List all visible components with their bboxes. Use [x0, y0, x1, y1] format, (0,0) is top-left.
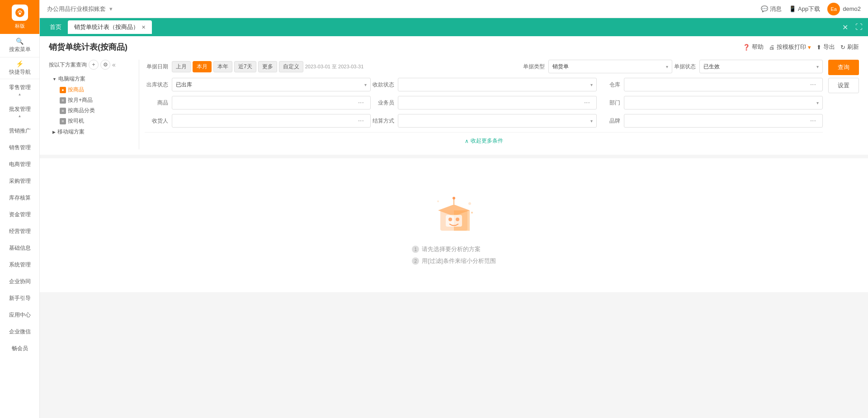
- tree-item-by-month-goods[interactable]: ≡ 按月+商品: [56, 95, 133, 105]
- sidebar-item-purchase-label: 采购管理: [9, 177, 31, 185]
- filter-row-1: 单据日期 上月 本月 本年 近7天 更多 自定义 2023-03-01 至 20…: [145, 60, 823, 73]
- date-btn-this-year[interactable]: 本年: [213, 61, 232, 72]
- date-btn-custom[interactable]: 自定义: [279, 61, 303, 72]
- refresh-link[interactable]: ↻ 刷新: [840, 43, 859, 51]
- tree-item-by-driver[interactable]: ≡ 按司机: [56, 116, 133, 126]
- date-btn-last-month[interactable]: 上月: [172, 61, 191, 72]
- receiver-ellipsis[interactable]: ···: [355, 117, 367, 125]
- close-all-tabs-button[interactable]: ✕: [840, 21, 850, 33]
- sidebar-item-appcenter[interactable]: 应用中心: [0, 307, 39, 323]
- tab-bar: 首页 销货单统计表（按商品） ✕ ✕ ⛶: [40, 18, 868, 36]
- expand-tab-button[interactable]: ⛶: [854, 21, 864, 33]
- field-out-status: 出库状态 已出库 ▾: [145, 78, 371, 91]
- field-payment-status: 收款状态 ▾: [371, 78, 597, 91]
- sidebar-item-retail[interactable]: 零售管理 ▲: [0, 79, 39, 101]
- doc-status-label: 单据状态: [672, 63, 699, 71]
- brand-ellipsis[interactable]: ···: [807, 117, 819, 125]
- sidebar-item-wholesale[interactable]: 批发管理 ▲: [0, 101, 39, 123]
- warehouse-select[interactable]: ···: [624, 78, 823, 91]
- app-download-button[interactable]: 📱 App下载: [789, 5, 820, 13]
- print-icon: 🖨: [769, 44, 775, 51]
- goods-ellipsis[interactable]: ···: [355, 99, 367, 107]
- filter-row-2: 出库状态 已出库 ▾ 收款状态 ▾: [145, 78, 823, 91]
- sidebar-item-sales-label: 销售管理: [9, 144, 31, 152]
- settings-button[interactable]: 设置: [828, 78, 859, 93]
- empty-illustration: [427, 185, 481, 240]
- svg-point-6: [456, 218, 459, 221]
- message-button[interactable]: 💬 消息: [761, 5, 782, 13]
- add-scheme-button[interactable]: +: [89, 60, 99, 70]
- message-icon: 💬: [761, 5, 768, 12]
- goods-select[interactable]: ···: [172, 96, 371, 109]
- salesperson-select[interactable]: ···: [398, 96, 597, 109]
- tip-text-1: 请先选择要分析的方案: [422, 245, 481, 253]
- out-status-chevron-icon: ▾: [364, 82, 367, 87]
- collapse-scheme-button[interactable]: «: [112, 61, 116, 68]
- date-label: 单据日期: [145, 63, 172, 71]
- sidebar-item-marketing[interactable]: 营销推广: [0, 123, 39, 139]
- sidebar-item-ecommerce[interactable]: 电商管理: [0, 156, 39, 173]
- tree-children-pc: ● 按商品 ≡ 按月+商品 ≡ 按商品分类: [49, 85, 133, 126]
- field-doc-type: 单据类型 销货单 ▾: [521, 60, 672, 73]
- out-status-select[interactable]: 已出库 ▾: [172, 78, 371, 91]
- date-btn-more[interactable]: 更多: [258, 61, 277, 72]
- filter-row-3: 商品 ··· 业务员 ···: [145, 96, 823, 109]
- logo-icon: [12, 5, 28, 21]
- content-area: 1 请先选择要分析的方案 2 用[过滤]条件来缩小分析范围: [40, 158, 868, 292]
- help-link[interactable]: ❓ 帮助: [743, 43, 764, 51]
- export-link[interactable]: ⬆ 导出: [816, 43, 835, 51]
- wholesale-arrow-icon: ▲: [18, 114, 22, 118]
- print-link[interactable]: 🖨 按模板打印 ▾: [769, 43, 811, 51]
- sidebar-item-guide[interactable]: 新手引导: [0, 290, 39, 307]
- collapse-filter-button[interactable]: ∧ 收起更多条件: [465, 134, 503, 147]
- refresh-label: 刷新: [847, 43, 859, 51]
- payment-method-select[interactable]: ▾: [398, 114, 597, 128]
- retail-arrow-icon: ▲: [18, 92, 22, 96]
- top-header: 办公用品行业模拟账套 ▾ 💬 消息 📱 App下载 Ea demo2: [40, 0, 868, 18]
- svg-point-1: [19, 13, 21, 15]
- sidebar-item-purchase[interactable]: 采购管理: [0, 173, 39, 190]
- scheme-tree: ▼ 电脑端方案 ● 按商品 ≡ 按月+商品: [49, 73, 133, 138]
- warehouse-ellipsis[interactable]: ···: [807, 81, 819, 89]
- field-goods: 商品 ···: [145, 96, 371, 109]
- main-content: 办公用品行业模拟账套 ▾ 💬 消息 📱 App下载 Ea demo2 首页: [40, 0, 868, 418]
- query-button[interactable]: 查询: [828, 60, 859, 75]
- date-btn-7days[interactable]: 近7天: [234, 61, 256, 72]
- tree-group-mobile[interactable]: ▶ 移动端方案: [49, 126, 133, 138]
- sidebar-item-member[interactable]: 畅会员: [0, 340, 39, 357]
- field-doc-status: 单据状态 已生效 ▾: [672, 60, 823, 73]
- svg-point-9: [468, 202, 471, 205]
- dept-label: 部门: [597, 99, 624, 107]
- doc-status-select[interactable]: 已生效 ▾: [699, 60, 823, 73]
- tree-item-by-goods[interactable]: ● 按商品: [56, 85, 133, 95]
- sidebar-item-operations-label: 经营管理: [9, 228, 31, 235]
- sidebar-item-operations[interactable]: 经营管理: [0, 223, 39, 240]
- sidebar-item-basics[interactable]: 基础信息: [0, 240, 39, 256]
- search-menu[interactable]: 🔍 搜索菜单: [0, 34, 39, 57]
- payment-status-select[interactable]: ▾: [398, 78, 597, 91]
- sidebar-item-finance-label: 资金管理: [9, 211, 31, 218]
- sidebar-item-inventory[interactable]: 库存核算: [0, 190, 39, 206]
- brand-select[interactable]: ···: [624, 114, 823, 128]
- tree-group-pc[interactable]: ▼ 电脑端方案: [49, 73, 133, 85]
- help-icon: ❓: [743, 44, 750, 51]
- date-btn-this-month[interactable]: 本月: [193, 61, 212, 72]
- tab-home[interactable]: 首页: [43, 20, 68, 34]
- sidebar-item-corpwechat[interactable]: 企业微信: [0, 323, 39, 340]
- sidebar-item-finance[interactable]: 资金管理: [0, 206, 39, 223]
- sidebar-item-sales[interactable]: 销售管理: [0, 139, 39, 156]
- edit-scheme-button[interactable]: ⚙: [100, 60, 110, 70]
- help-label: 帮助: [752, 43, 764, 51]
- salesperson-ellipsis[interactable]: ···: [581, 99, 593, 107]
- tab-sales-stats[interactable]: 销货单统计表（按商品） ✕: [68, 20, 152, 34]
- sidebar-item-enterprise[interactable]: 企业协同: [0, 273, 39, 290]
- scheme-header: 按以下方案查询 + ⚙ «: [49, 60, 133, 70]
- receiver-select[interactable]: ···: [172, 114, 371, 128]
- doc-type-select[interactable]: 销货单 ▾: [548, 60, 672, 73]
- quick-nav[interactable]: ⚡ 快捷导航: [0, 57, 39, 79]
- sidebar-item-system[interactable]: 系统管理: [0, 256, 39, 273]
- user-menu-button[interactable]: Ea demo2: [827, 3, 861, 15]
- dept-select[interactable]: ▾: [624, 96, 823, 109]
- tree-item-by-category[interactable]: ≡ 按商品分类: [56, 105, 133, 116]
- tab-close-icon[interactable]: ✕: [142, 24, 146, 30]
